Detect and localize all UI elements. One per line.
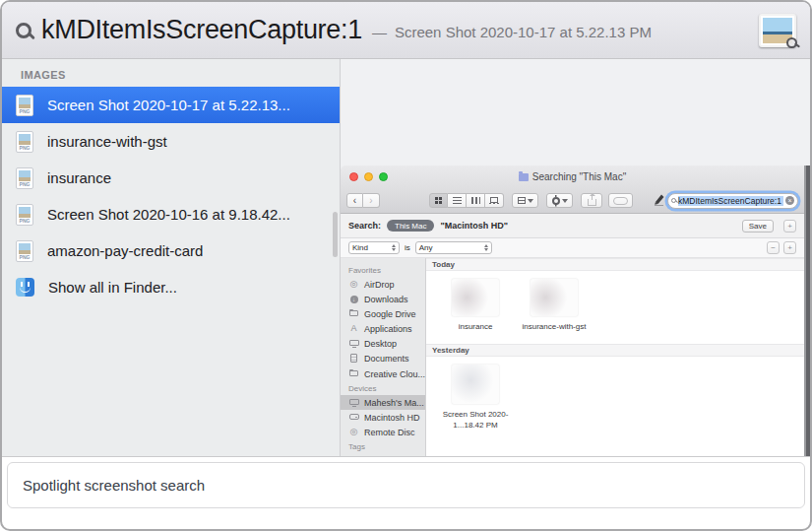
select-arrows-icon <box>484 244 488 251</box>
search-scope-bar: Search: This Mac "Macintosh HD" Save + <box>341 214 804 238</box>
tags-header: Tags <box>341 439 425 453</box>
documents-icon <box>348 354 359 365</box>
result-label: Show all in Finder... <box>48 279 177 296</box>
spotlight-body: IMAGES PNG Screen Shot 2020-10-17 at 5.2… <box>2 59 810 456</box>
scope-this-mac[interactable]: This Mac <box>387 220 434 232</box>
markup-pen-icon[interactable] <box>653 192 665 210</box>
caption-text: Spotlight screenshot search <box>23 477 205 494</box>
result-label: Screen Shot 2020-10-17 at 5.22.13... <box>47 97 290 113</box>
sidebar-item-documents[interactable]: Documents <box>341 351 425 366</box>
png-file-icon: PNG <box>16 204 33 226</box>
view-switcher <box>429 193 504 208</box>
file-screen-shot-1016[interactable]: Screen Shot 2020-1...18.42 PM <box>438 365 513 431</box>
sidebar-item-airdrop[interactable]: ◎AirDrop <box>341 277 425 292</box>
png-file-icon: PNG <box>16 167 33 189</box>
icon-view-button[interactable] <box>429 193 448 208</box>
tag-icon <box>613 197 628 205</box>
scope-macintosh-hd[interactable]: "Macintosh HD" <box>440 221 508 231</box>
file-insurance[interactable]: insurance <box>438 279 513 344</box>
screenshot-frame: kMDItemIsScreenCapture:1 — Screen Shot 2… <box>0 0 812 531</box>
top-hit-filename: Screen Shot 2020-10-17 at 5.22.13 PM <box>395 24 652 40</box>
group-header-yesterday: Yesterday <box>426 344 804 357</box>
search-criteria-row: Kind is Any − + <box>341 238 804 258</box>
file-insurance-with-gst[interactable]: insurance-with-gst <box>517 279 592 344</box>
column-view-button[interactable] <box>467 193 485 208</box>
list-view-icon <box>453 197 462 204</box>
file-thumbnail <box>452 365 499 404</box>
result-item-amazon-pay-credit-card[interactable]: PNG amazon-pay-credit-card <box>2 232 340 269</box>
top-hit-text: — Screen Shot 2020-10-17 at 5.22.13 PM <box>372 24 652 40</box>
sidebar-item-desktop[interactable]: Desktop <box>341 336 425 351</box>
png-file-icon: PNG <box>16 131 33 153</box>
desktop-icon <box>348 339 359 348</box>
file-thumbnail <box>452 279 499 316</box>
spotlight-search-bar[interactable]: kMDItemIsScreenCapture:1 — Screen Shot 2… <box>2 2 810 59</box>
group-by-dropdown[interactable] <box>512 193 538 208</box>
finder-titlebar[interactable]: Searching "This Mac" <box>341 166 804 188</box>
sidebar-item-creative-cloud[interactable]: Creative Clou... <box>341 366 425 381</box>
hard-drive-icon <box>348 413 359 422</box>
computer-icon <box>348 398 359 407</box>
back-button[interactable]: ‹ <box>346 193 363 208</box>
action-dropdown[interactable] <box>546 193 573 208</box>
share-icon <box>588 199 596 206</box>
grid-view-icon <box>435 197 442 204</box>
disc-icon: ◎ <box>348 428 359 436</box>
finder-toolbar: ‹ › <box>341 188 804 214</box>
window-right-edge <box>804 166 810 456</box>
finder-results-area: Today insurance insurance-with-gst <box>426 258 804 456</box>
folder-icon <box>348 309 359 318</box>
result-label: insurance-with-gst <box>47 133 167 150</box>
add-criterion-button[interactable]: + <box>783 241 796 254</box>
result-item-screenshot-1017[interactable]: PNG Screen Shot 2020-10-17 at 5.22.13... <box>2 87 340 123</box>
criteria-value-select[interactable]: Any <box>415 241 492 254</box>
share-button[interactable] <box>581 193 602 208</box>
sidebar-item-maheshs-mac[interactable]: Mahesh's Ma... <box>341 395 425 410</box>
add-criteria-button[interactable]: + <box>783 220 796 232</box>
gallery-view-button[interactable] <box>485 193 504 208</box>
sidebar-item-remote-disc[interactable]: ◎Remote Disc <box>341 425 425 439</box>
finder-preview-window: Searching "This Mac" ‹ › <box>341 166 810 456</box>
result-item-insurance[interactable]: PNG insurance <box>2 160 340 196</box>
file-thumbnail <box>531 279 578 316</box>
airdrop-icon: ◎ <box>348 280 359 289</box>
results-scrollbar-thumb[interactable] <box>333 212 338 257</box>
result-item-insurance-with-gst[interactable]: PNG insurance-with-gst <box>2 123 340 160</box>
finder-sidebar: Favorites ◎AirDrop ↓Downloads Google Dri… <box>341 258 426 456</box>
sidebar-item-applications[interactable]: AApplications <box>341 321 425 336</box>
tags-button[interactable] <box>608 193 633 208</box>
downloads-icon: ↓ <box>348 295 359 303</box>
save-search-button[interactable]: Save <box>742 220 774 232</box>
list-view-button[interactable] <box>448 193 467 208</box>
search-icon <box>671 198 676 203</box>
show-all-in-finder[interactable]: Show all in Finder... <box>2 269 340 305</box>
result-label: amazon-pay-credit-card <box>47 242 203 259</box>
chevron-down-icon <box>528 199 533 203</box>
group-by-icon <box>518 197 526 204</box>
window-title: Searching "This Mac" <box>341 171 804 182</box>
forward-button[interactable]: › <box>363 193 380 208</box>
png-file-icon: PNG <box>16 240 33 262</box>
search-scope-label: Search: <box>348 221 381 231</box>
folder-icon <box>348 369 359 378</box>
preview-pane: Searching "This Mac" ‹ › <box>341 59 810 456</box>
smart-folder-icon <box>519 173 529 181</box>
result-item-screenshot-1016[interactable]: PNG Screen Shot 2020-10-16 at 9.18.42... <box>2 196 340 232</box>
magnifier-overlay-icon <box>786 37 797 48</box>
devices-header: Devices <box>341 381 425 395</box>
search-query-input[interactable]: kMDItemIsScreenCapture:1 <box>41 15 362 45</box>
clear-search-icon[interactable]: × <box>785 196 794 205</box>
column-view-icon <box>471 197 480 204</box>
results-section-header: IMAGES <box>2 65 340 87</box>
finder-search-field[interactable]: kMDItemIsScreenCapture:1 × <box>667 193 798 209</box>
criteria-attribute-select[interactable]: Kind <box>348 241 400 254</box>
sidebar-item-downloads[interactable]: ↓Downloads <box>341 292 425 306</box>
search-icon <box>16 23 31 38</box>
results-list: IMAGES PNG Screen Shot 2020-10-17 at 5.2… <box>2 59 341 456</box>
sidebar-item-google-drive[interactable]: Google Drive <box>341 306 425 321</box>
remove-criterion-button[interactable]: − <box>767 241 780 254</box>
image-file-icon <box>759 14 796 47</box>
finder-icon <box>16 278 34 297</box>
sidebar-item-macintosh-hd[interactable]: Macintosh HD <box>341 410 425 425</box>
gallery-view-icon <box>489 197 499 204</box>
